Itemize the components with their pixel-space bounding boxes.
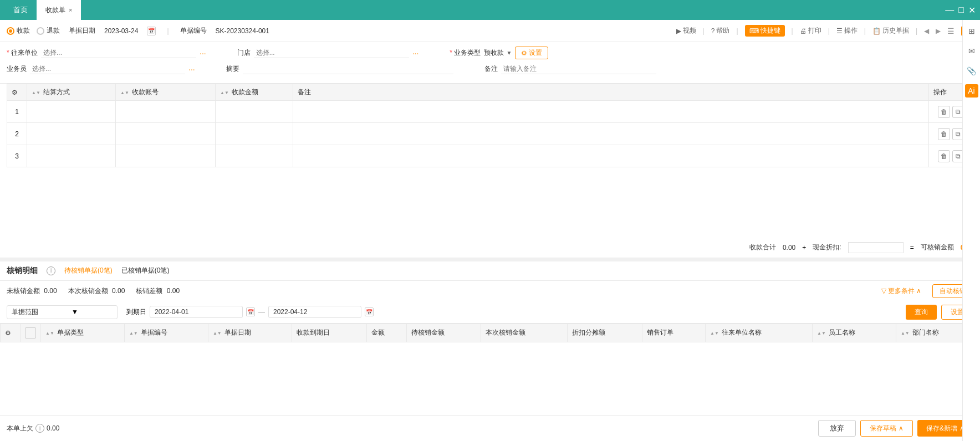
staff-more-btn[interactable]: ···: [188, 65, 195, 74]
counterpart-more-btn[interactable]: ···: [200, 49, 206, 58]
sidebar-camera-icon[interactable]: Ai: [965, 84, 978, 98]
toolbar-sep4: |: [828, 27, 830, 35]
row2-account[interactable]: [116, 123, 216, 145]
table-row: 1 🗑 ⧉: [7, 101, 973, 123]
tab-home[interactable]: 首页: [4, 0, 37, 20]
chevron-up-icon: ∧: [916, 287, 921, 295]
info-icon[interactable]: i: [47, 266, 55, 275]
total-value: 0.00: [783, 244, 795, 252]
footer: 本单上欠 i 0.00 放弃 保存草稿 ∧ 保存&新增 ∧: [0, 415, 980, 441]
range-chevron-icon: ▼: [72, 308, 78, 316]
video-btn[interactable]: ▶ 视频: [676, 26, 696, 35]
history-btn[interactable]: 📋 历史单据: [872, 26, 909, 35]
done-tab[interactable]: 已核销单据(0笔): [121, 266, 170, 275]
form-row-2: 业务员 ··· 摘要 备注: [7, 64, 973, 74]
toolbar-sep3: |: [792, 27, 793, 35]
bt-col-type: ▲▼ 单据类型: [41, 324, 125, 342]
table-row: 2 🗑 ⧉: [7, 123, 973, 145]
row3-account[interactable]: [116, 145, 216, 167]
help-btn[interactable]: ? 帮助: [711, 26, 730, 35]
discount-input[interactable]: [848, 242, 904, 253]
receipt-table: ⚙ ▲▼ 结算方式 ▲▼ 收款账号 ▲▼ 收款金额 备注: [7, 84, 973, 167]
row1-account[interactable]: [116, 101, 216, 123]
window-close-icon[interactable]: ✕: [968, 5, 976, 16]
footer-info-icon[interactable]: i: [35, 424, 44, 433]
date-from-input[interactable]: [150, 306, 243, 318]
tab-close-icon[interactable]: ×: [69, 7, 72, 13]
row2-settlement[interactable]: [27, 123, 116, 145]
verification-section: 核销明细 i 待核销单据(0笔) 已核销单据(0笔) 未核销金额 0.00 本次…: [0, 258, 980, 416]
date-to-calendar-icon[interactable]: 📅: [365, 307, 374, 316]
row3-note[interactable]: [293, 145, 929, 167]
bt-col-order: 销售订单: [642, 324, 706, 342]
prev-value: 0.00: [47, 424, 59, 432]
toolbar-right: ▶ 视频 | ? 帮助 | ⌨ 快捷键 | 🖨 打印 | ☰ 操作: [676, 25, 973, 37]
bt-checkbox[interactable]: [25, 327, 36, 339]
business-type-field: 业务类型 预收款 ▼ ⚙ 设置: [450, 47, 553, 59]
video-icon: ▶: [676, 27, 681, 35]
bt-col-pending: 待核销金额: [406, 324, 481, 342]
more-conditions-btn[interactable]: ▽ 更多条件 ∧: [881, 286, 921, 296]
range-select[interactable]: 单据范围 ▼: [7, 305, 118, 319]
row1-note[interactable]: [293, 101, 929, 123]
counterpart-input[interactable]: [41, 48, 196, 58]
nav-list-icon[interactable]: ☰: [947, 27, 955, 35]
sidebar-clip-icon[interactable]: 📎: [965, 64, 978, 78]
bt-col-gear[interactable]: ⚙: [1, 324, 21, 342]
bt-col-date: ▲▼ 单据日期: [208, 324, 292, 342]
row3-delete-icon[interactable]: 🗑: [938, 150, 950, 162]
row1-amount[interactable]: [216, 101, 293, 123]
row1-settlement[interactable]: [27, 101, 116, 123]
row2-amount[interactable]: [216, 123, 293, 145]
row3-settlement[interactable]: [27, 145, 116, 167]
staff-input[interactable]: [30, 64, 185, 74]
radio-refund[interactable]: 退款: [37, 26, 60, 35]
tab-receipt[interactable]: 收款单 ×: [37, 0, 81, 20]
save-draft-btn[interactable]: 保存草稿 ∧: [860, 420, 913, 437]
col-note-header: 备注: [293, 84, 929, 101]
table-gear-icon: ⚙: [12, 89, 18, 96]
chevron-down-icon: ▼: [506, 50, 512, 56]
radio-receipt[interactable]: 收款: [7, 26, 30, 35]
print-btn[interactable]: 🖨 打印: [800, 26, 821, 35]
bottom-table: ⚙ ▲▼ 单据类型 ▲▼ 单据编号 ▲▼ 单据日期: [0, 324, 980, 342]
bt-col-check[interactable]: [21, 324, 41, 342]
sidebar-mail-icon[interactable]: ✉: [965, 44, 978, 58]
nav-next-icon[interactable]: ▶: [936, 27, 941, 35]
bt-gear-icon: ⚙: [5, 329, 11, 337]
store-more-btn[interactable]: ···: [412, 49, 419, 58]
due-date-field: 到期日 📅 — 📅: [126, 306, 374, 318]
nav-prev-icon[interactable]: ◀: [924, 27, 929, 35]
store-field: 门店 ···: [237, 48, 419, 58]
date-to-input[interactable]: [268, 306, 361, 318]
row2-delete-icon[interactable]: 🗑: [938, 128, 950, 140]
bt-col-amount: 金额: [366, 324, 406, 342]
toolbar-sep1: |: [703, 27, 705, 35]
shortcut-btn[interactable]: ⌨ 快捷键: [745, 25, 785, 37]
row3-seq: 3: [7, 145, 27, 167]
abandon-btn[interactable]: 放弃: [818, 420, 856, 437]
query-btn[interactable]: 查询: [906, 305, 937, 320]
maximize-icon[interactable]: □: [958, 5, 964, 16]
pending-tab[interactable]: 待核销单据(0笔): [64, 266, 113, 275]
row1-delete-icon[interactable]: 🗑: [938, 106, 950, 118]
operation-btn[interactable]: ☰ 操作: [836, 26, 858, 35]
col-account-header: ▲▼ 收款账号: [116, 84, 216, 101]
form-settings-btn[interactable]: ⚙ 设置: [515, 47, 548, 59]
calendar-icon[interactable]: 📅: [147, 27, 156, 35]
row2-note[interactable]: [293, 123, 929, 145]
filter-row: 单据范围 ▼ 到期日 📅 — 📅 查询 设置: [0, 301, 980, 324]
sidebar-table-icon[interactable]: ⊞: [965, 24, 978, 38]
data-table-area: ⚙ ▲▼ 结算方式 ▲▼ 收款账号 ▲▼ 收款金额 备注: [0, 84, 980, 238]
row3-amount[interactable]: [216, 145, 293, 167]
right-sidebar: ⊞ ✉ 📎 Ai: [962, 20, 980, 441]
col-settings[interactable]: ⚙: [7, 84, 27, 101]
store-input[interactable]: [254, 48, 409, 58]
shortcut-icon: ⌨: [749, 27, 759, 35]
form-row-1: 往来单位 ··· 门店 ··· 业务类型 预收款 ▼ ⚙ 设置: [7, 47, 973, 59]
date-from-calendar-icon[interactable]: 📅: [246, 307, 255, 316]
remark-input[interactable]: [501, 64, 656, 74]
business-type-select[interactable]: 预收款 ▼: [484, 48, 512, 58]
minimize-icon[interactable]: —: [945, 5, 954, 16]
summary-input[interactable]: [243, 64, 453, 74]
